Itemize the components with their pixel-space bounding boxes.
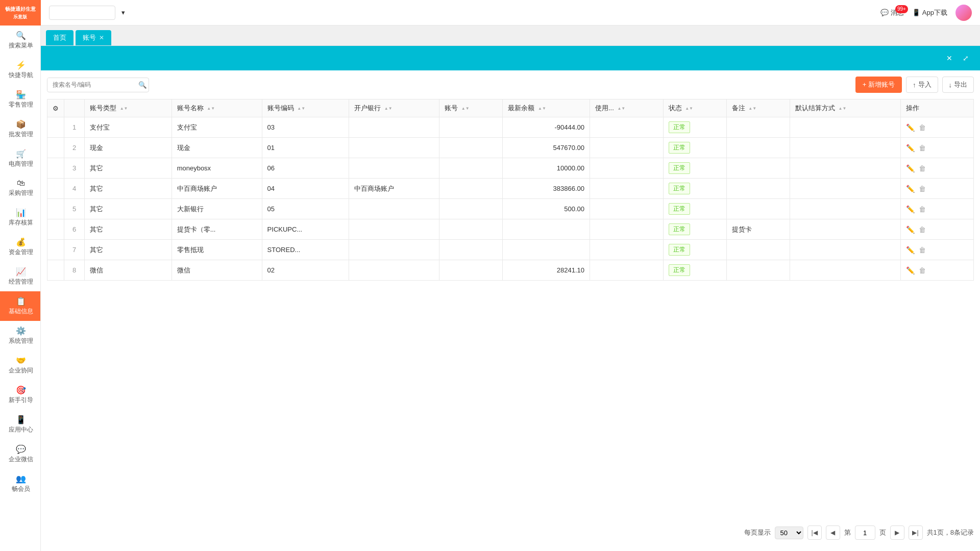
import-button[interactable]: ↑ 导入 <box>906 77 938 93</box>
cell-usage <box>590 260 663 281</box>
logo-line2: 乐意版 <box>5 14 36 20</box>
cell-type: 其它 <box>85 179 172 199</box>
edit-icon[interactable]: ✏️ <box>906 123 915 132</box>
sidebar-item-label: 批发管理 <box>9 130 33 139</box>
th-status[interactable]: 状态 ▲▼ <box>663 99 726 117</box>
th-bank[interactable]: 开户银行 ▲▼ <box>349 99 439 117</box>
th-account[interactable]: 账号 ▲▼ <box>439 99 503 117</box>
th-name[interactable]: 账号名称 ▲▼ <box>172 99 262 117</box>
avatar[interactable] <box>955 5 972 21</box>
cell-bank <box>349 199 439 219</box>
window-maximize-icon[interactable]: ⤢ <box>960 52 972 64</box>
sidebar-item-quick-nav[interactable]: ⚡ 快捷导航 <box>0 55 40 85</box>
tab-bar: 首页 账号 ✕ <box>41 26 980 46</box>
delete-icon[interactable]: 🗑 <box>919 205 926 213</box>
sidebar-item-wechat[interactable]: 💬 企业微信 <box>0 439 40 469</box>
cell-name: 零售抵现 <box>172 240 262 260</box>
shopping-icon: 🛍 <box>17 179 25 188</box>
th-default-settle[interactable]: 默认结算方式 ▲▼ <box>790 99 900 117</box>
delete-icon[interactable]: 🗑 <box>919 266 926 274</box>
sidebar-item-app-center[interactable]: 📱 应用中心 <box>0 410 40 439</box>
message-icon: 💬 <box>880 9 889 16</box>
page-input[interactable] <box>855 525 875 540</box>
sidebar-item-enterprise[interactable]: 🤝 企业协同 <box>0 350 40 380</box>
top-search-input[interactable] <box>49 6 115 20</box>
sidebar-item-retail[interactable]: 🏪 零售管理 <box>0 85 40 114</box>
cell-settings <box>47 179 64 199</box>
th-usage[interactable]: 使用... ▲▼ <box>590 99 663 117</box>
page-prev-button[interactable]: ◀ <box>826 525 840 540</box>
delete-icon[interactable]: 🗑 <box>919 144 926 152</box>
tab-home[interactable]: 首页 <box>46 30 74 45</box>
sidebar-item-inventory[interactable]: 📊 库存核算 <box>0 203 40 232</box>
th-settings[interactable]: ⚙ <box>47 99 64 117</box>
th-balance[interactable]: 最新余额 ▲▼ <box>503 99 590 117</box>
sidebar-item-basic[interactable]: 📋 基础信息 <box>0 291 40 321</box>
edit-icon[interactable]: ✏️ <box>906 144 915 152</box>
th-code[interactable]: 账号编码 ▲▼ <box>262 99 349 117</box>
sidebar-item-search[interactable]: 🔍 搜索菜单 <box>0 26 40 55</box>
delete-icon[interactable]: 🗑 <box>919 164 926 172</box>
delete-icon[interactable]: 🗑 <box>919 185 926 193</box>
add-account-button[interactable]: + 新增账号 <box>855 77 902 93</box>
cell-usage <box>590 240 663 260</box>
cell-bank <box>349 158 439 179</box>
import-icon: ↑ <box>913 81 916 89</box>
sidebar-item-member[interactable]: 👥 畅会员 <box>0 469 40 498</box>
edit-icon[interactable]: ✏️ <box>906 185 915 193</box>
cell-account <box>439 179 503 199</box>
page-next-button[interactable]: ▶ <box>890 525 904 540</box>
delete-icon[interactable]: 🗑 <box>919 226 926 234</box>
sidebar-item-operation[interactable]: 📈 经营管理 <box>0 262 40 291</box>
edit-icon[interactable]: ✏️ <box>906 226 915 234</box>
cell-account <box>439 240 503 260</box>
cell-code: 06 <box>262 158 349 179</box>
cell-remark <box>726 158 790 179</box>
edit-icon[interactable]: ✏️ <box>906 205 915 213</box>
tab-account-label: 账号 <box>83 33 96 42</box>
cell-index: 8 <box>64 260 85 281</box>
search-icon: 🔍 <box>16 31 26 40</box>
search-button[interactable]: 🔍 <box>134 78 149 92</box>
edit-icon[interactable]: ✏️ <box>906 266 915 274</box>
cell-default-settle <box>790 219 900 240</box>
sidebar-item-label: 畅会员 <box>12 485 30 493</box>
sidebar-item-purchase[interactable]: 🛍 采购管理 <box>0 173 40 203</box>
tab-account[interactable]: 账号 ✕ <box>76 30 111 45</box>
table-header: ⚙ 账号类型 ▲▼ 账号名称 ▲▼ 账号编码 <box>47 99 974 117</box>
window-close-icon[interactable]: ✕ <box>943 52 955 64</box>
sidebar-item-ecommerce[interactable]: 🛒 电商管理 <box>0 144 40 173</box>
search-input[interactable] <box>47 78 134 91</box>
page-last-button[interactable]: ▶| <box>909 525 923 540</box>
sidebar-item-wholesale[interactable]: 📦 批发管理 <box>0 114 40 144</box>
cell-balance: 10000.00 <box>503 158 590 179</box>
header-dropdown[interactable]: ▾ <box>121 9 125 16</box>
sidebar-item-label: 零售管理 <box>9 101 33 109</box>
message-button[interactable]: 💬 消息 99+ <box>880 8 904 17</box>
table-row: 1 支付宝 支付宝 03 -90444.00 正常 ✏️ 🗑 <box>47 117 974 138</box>
th-type[interactable]: 账号类型 ▲▼ <box>85 99 172 117</box>
app-download-button[interactable]: 📱 App下载 <box>912 8 947 17</box>
table-row: 7 其它 零售抵现 STORED... 正常 ✏️ 🗑 <box>47 240 974 260</box>
sidebar-item-capital[interactable]: 💰 资金管理 <box>0 232 40 262</box>
delete-icon[interactable]: 🗑 <box>919 246 926 254</box>
cell-bank <box>349 219 439 240</box>
cell-code: PICKUPC... <box>262 219 349 240</box>
cell-balance <box>503 219 590 240</box>
cell-account <box>439 260 503 281</box>
tab-close-icon[interactable]: ✕ <box>99 34 104 41</box>
page-size-select[interactable]: 50 100 <box>775 527 803 539</box>
export-button[interactable]: ↓ 导出 <box>942 77 974 93</box>
edit-icon[interactable]: ✏️ <box>906 246 915 254</box>
sidebar-item-guide[interactable]: 🎯 新手引导 <box>0 380 40 410</box>
sidebar-item-system[interactable]: ⚙️ 系统管理 <box>0 321 40 350</box>
cell-bank <box>349 240 439 260</box>
mobile-icon: 📱 <box>16 415 26 424</box>
delete-icon[interactable]: 🗑 <box>919 123 926 132</box>
edit-icon[interactable]: ✏️ <box>906 164 915 172</box>
page-first-button[interactable]: |◀ <box>807 525 822 540</box>
cell-default-settle <box>790 240 900 260</box>
cell-bank <box>349 138 439 158</box>
th-remark[interactable]: 备注 ▲▼ <box>726 99 790 117</box>
total-label: 共1页，8条记录 <box>927 528 974 537</box>
